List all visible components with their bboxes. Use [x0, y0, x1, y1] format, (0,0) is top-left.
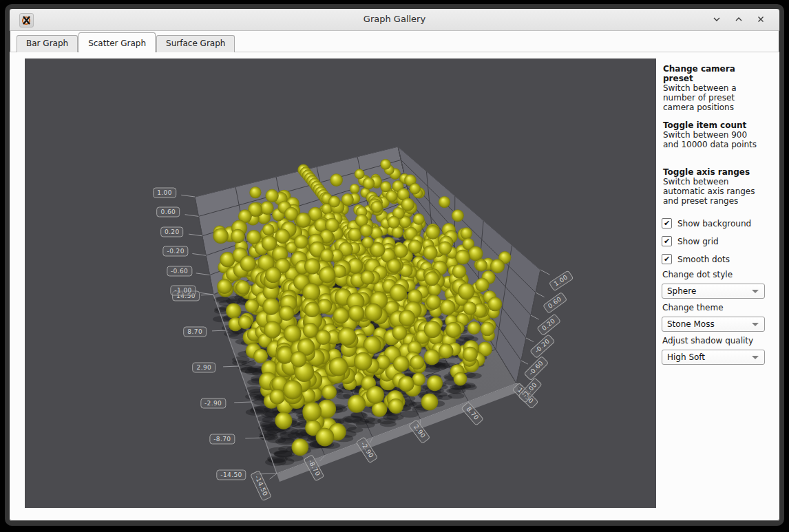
dropdown-arrow-icon — [752, 356, 759, 359]
dropdown-arrow-icon — [752, 323, 759, 326]
axis-tick-label: 1.00 — [153, 188, 176, 198]
axis-tick-label: 0.60 — [157, 207, 180, 217]
checkbox-smooth-dots[interactable]: ✔ Smooth dots — [662, 254, 730, 264]
axis-tick-label: -14.50 — [216, 470, 246, 480]
chevron-up-icon — [735, 15, 743, 23]
checkbox-box[interactable]: ✔ — [662, 254, 672, 264]
tab-scatter-graph[interactable]: Scatter Graph — [78, 32, 156, 52]
close-icon — [757, 15, 765, 23]
checkbox-label: Smooth dots — [677, 255, 730, 264]
dropdown-value: High Soft — [662, 352, 752, 362]
window-controls — [711, 13, 767, 25]
dropdown-arrow-icon — [752, 290, 759, 293]
axis-tick-label: -1.00 — [170, 286, 196, 296]
close-button[interactable] — [755, 13, 767, 25]
axis-tick-label: 2.90 — [193, 363, 216, 373]
scatter-3d-view[interactable]: -14.50-8.70-2.902.908.7014.50-14.50-8.70… — [25, 58, 656, 508]
dot-style-label: Change dot style — [662, 270, 733, 279]
dropdown-value: Stone Moss — [662, 319, 752, 329]
sidebar: Change camera preset Switch between a nu… — [661, 58, 778, 499]
maximize-button[interactable] — [733, 13, 745, 25]
checkbox-box[interactable]: ✔ — [662, 236, 672, 246]
theme-label: Change theme — [662, 303, 724, 312]
section-title[interactable]: Toggle axis ranges — [663, 167, 766, 177]
axis-tick-label: -0.60 — [167, 266, 192, 276]
dot-style-dropdown[interactable]: Sphere — [662, 284, 765, 299]
axis-tick-label: 8.70 — [183, 327, 207, 337]
titlebar[interactable]: Graph Gallery — [10, 9, 779, 31]
section-toggle-axis-ranges[interactable]: Toggle axis ranges Switch between automa… — [663, 167, 766, 206]
axis-tick-label: -8.70 — [209, 434, 235, 445]
axis-tick-label: -0.20 — [163, 246, 189, 257]
window-title: Graph Gallery — [10, 14, 779, 24]
section-change-camera-preset[interactable]: Change camera preset Switch between a nu… — [663, 64, 766, 112]
dropdown-value: Sphere — [662, 286, 752, 296]
checkbox-show-background[interactable]: ✔ Show background — [662, 218, 751, 228]
axis-tick-label: 0.20 — [160, 226, 184, 237]
checkbox-show-grid[interactable]: ✔ Show grid — [662, 236, 719, 246]
axis-tick-label: -2.90 — [200, 398, 226, 409]
checkbox-label: Show grid — [677, 237, 719, 246]
chevron-down-icon — [713, 15, 721, 23]
minimize-button[interactable] — [711, 13, 723, 25]
section-title[interactable]: Change camera preset — [663, 64, 766, 83]
screen: Graph Gallery Bar Graph Scatter Graph Su… — [0, 0, 789, 532]
section-description: Switch between 900 and 10000 data points — [663, 130, 764, 149]
section-description: Switch between automatic axis ranges and… — [663, 177, 764, 206]
tab-bar-graph[interactable]: Bar Graph — [17, 35, 78, 52]
tab-surface-graph[interactable]: Surface Graph — [156, 35, 235, 52]
checkbox-label: Show background — [677, 219, 751, 228]
section-title[interactable]: Toggle item count — [663, 120, 766, 130]
section-description: Switch between a number of preset camera… — [663, 83, 764, 112]
theme-dropdown[interactable]: Stone Moss — [662, 317, 765, 332]
shadow-quality-label: Adjust shadow quality — [662, 336, 753, 345]
section-toggle-item-count[interactable]: Toggle item count Switch between 900 and… — [663, 120, 766, 149]
tab-bar: Bar Graph Scatter Graph Surface Graph — [10, 30, 779, 52]
shadow-quality-dropdown[interactable]: High Soft — [662, 350, 765, 365]
checkbox-box[interactable]: ✔ — [662, 218, 672, 228]
